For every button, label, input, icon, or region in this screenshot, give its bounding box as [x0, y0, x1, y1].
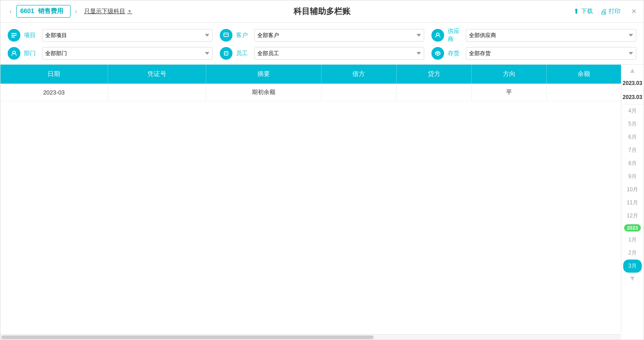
project-icon — [8, 29, 20, 42]
cell-debit — [321, 84, 396, 101]
scrollbar-thumb — [1, 335, 374, 339]
filter-customer: 客户 全部客户 — [220, 27, 425, 43]
cell-direction: 平 — [472, 84, 547, 101]
timeline-item-3-active[interactable]: 3月 — [623, 260, 642, 273]
supplier-label: 供应商 — [448, 27, 462, 43]
department-select[interactable]: 全部部门 — [42, 47, 213, 60]
timeline-item-2023-03-second[interactable]: 2023.03 — [621, 90, 644, 104]
table-wrapper: 日期 凭证号 摘要 借方 贷方 方向 余额 2023-03 期初余额 — [0, 65, 621, 332]
show-sub-arrow-icon: ▼ — [127, 9, 132, 14]
timeline-item-4[interactable]: 4月 — [621, 104, 644, 118]
horizontal-scrollbar[interactable] — [0, 334, 621, 340]
page-title: 科目辅助多栏账 — [294, 6, 350, 17]
cell-summary: 期初余额 — [206, 84, 322, 101]
svg-rect-1 — [11, 35, 17, 36]
svg-rect-0 — [11, 33, 17, 34]
svg-rect-4 — [225, 34, 227, 35]
table-header-row: 日期 凭证号 摘要 借方 贷方 方向 余额 — [0, 65, 621, 84]
timeline-item-8[interactable]: 8月 — [621, 157, 644, 170]
timeline-item-1[interactable]: 1月 — [621, 233, 644, 246]
col-debit: 借方 — [321, 65, 396, 84]
employee-icon — [220, 47, 232, 60]
print-button[interactable]: 🖨 打印 — [600, 7, 620, 16]
download-button[interactable]: ⬆ 下载 — [573, 7, 593, 16]
filter-project: 项目 全部项目 — [8, 27, 213, 43]
department-label: 部门 — [24, 49, 38, 57]
download-icon: ⬆ — [573, 7, 579, 15]
nav-next-button[interactable]: › — [73, 7, 79, 16]
timeline-item-9[interactable]: 9月 — [621, 170, 644, 183]
timeline-item-11[interactable]: 11月 — [621, 196, 644, 209]
timeline-item-6[interactable]: 6月 — [621, 131, 644, 144]
department-icon — [8, 47, 20, 60]
account-code: 6601 — [20, 7, 34, 14]
main-container: ‹ 6601 销售费用 › 只显示下级科目 ▼ 科目辅助多栏账 ⬆ 下载 🖨 打… — [0, 0, 644, 340]
cell-date: 2023-03 — [0, 84, 108, 101]
header-actions: ⬆ 下载 🖨 打印 × — [573, 7, 636, 16]
inventory-select[interactable]: 全部存货 — [466, 47, 636, 60]
print-icon: 🖨 — [600, 8, 607, 15]
col-credit: 贷方 — [397, 65, 472, 84]
cell-credit — [397, 84, 472, 101]
svg-rect-2 — [11, 37, 15, 38]
filter-employee: 员工 全部员工 — [220, 47, 425, 60]
timeline-item-7[interactable]: 7月 — [621, 144, 644, 157]
customer-icon — [220, 29, 232, 42]
timeline-item-10[interactable]: 10月 — [621, 183, 644, 196]
project-label: 项目 — [24, 31, 38, 39]
customer-select[interactable]: 全部客户 — [254, 29, 425, 42]
svg-rect-7 — [224, 52, 228, 55]
filter-supplier: 供应商 全部供应商 — [431, 27, 636, 43]
nav-prev-button[interactable]: ‹ — [8, 7, 14, 16]
main-table: 日期 凭证号 摘要 借方 贷方 方向 余额 2023-03 期初余额 — [0, 65, 621, 101]
filter-area: 项目 全部项目 客户 全部客户 供应商 全部供应商 — [0, 23, 644, 65]
col-balance: 余额 — [547, 65, 621, 84]
header: ‹ 6601 销售费用 › 只显示下级科目 ▼ 科目辅助多栏账 ⬆ 下载 🖨 打… — [0, 0, 644, 23]
timeline-item-5[interactable]: 5月 — [621, 118, 644, 131]
inventory-label: 存货 — [448, 49, 462, 57]
account-name: 销售费用 — [38, 7, 63, 14]
year-badge: 2023 — [624, 224, 640, 231]
download-label: 下载 — [581, 7, 593, 15]
content-area: 日期 凭证号 摘要 借方 贷方 方向 余额 2023-03 期初余额 — [0, 65, 644, 332]
cell-voucher — [108, 84, 206, 101]
timeline-item-12[interactable]: 12月 — [621, 209, 644, 222]
timeline-up-button[interactable]: ▲ — [621, 65, 644, 76]
show-sub-label: 只显示下级科目 — [84, 7, 125, 15]
nav-area: ‹ 6601 销售费用 › — [8, 5, 79, 18]
employee-select[interactable]: 全部员工 — [254, 47, 425, 60]
cell-balance — [547, 84, 621, 101]
col-voucher: 凭证号 — [108, 65, 206, 84]
timeline-item-2[interactable]: 2月 — [621, 246, 644, 260]
print-label: 打印 — [609, 7, 620, 15]
customer-label: 客户 — [236, 31, 251, 39]
timeline-item-2023-03-top[interactable]: 2023.03 — [621, 76, 644, 90]
close-button[interactable]: × — [631, 7, 636, 16]
filter-inventory: 存货 全部存货 — [431, 47, 636, 60]
show-sub-filter[interactable]: 只显示下级科目 ▼ — [84, 7, 132, 15]
timeline-panel: ▲ 2023.03 2023.03 4月 5月 6月 7月 8月 9月 10月 … — [621, 65, 644, 332]
col-direction: 方向 — [472, 65, 547, 84]
employee-label: 员工 — [236, 49, 251, 57]
col-date: 日期 — [0, 65, 108, 84]
account-label: 6601 销售费用 — [16, 5, 71, 18]
filter-department: 部门 全部部门 — [8, 47, 213, 60]
year-badge-container: 2023 — [624, 222, 640, 233]
supplier-select[interactable]: 全部供应商 — [466, 29, 636, 42]
table-row: 2023-03 期初余额 平 — [0, 84, 621, 101]
col-summary: 摘要 — [206, 65, 322, 84]
timeline-down-button[interactable]: ▼ — [621, 273, 644, 284]
project-select[interactable]: 全部项目 — [42, 29, 213, 42]
supplier-icon — [431, 29, 444, 42]
inventory-icon — [431, 47, 444, 60]
